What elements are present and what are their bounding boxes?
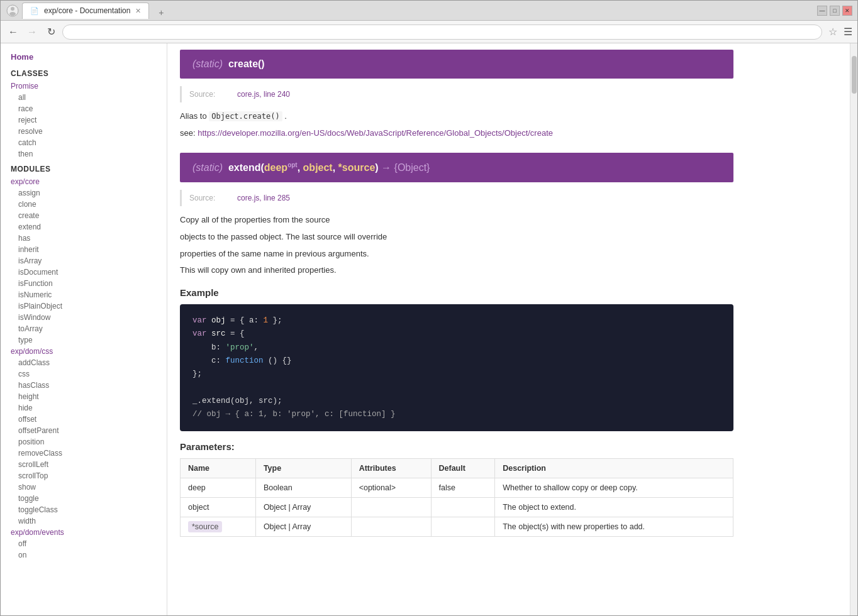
reload-button[interactable]: ↻ — [43, 25, 58, 40]
sidebar-item-css[interactable]: css — [1, 368, 167, 380]
create-source-link[interactable]: core.js, line 240 — [237, 90, 290, 99]
param-star-source: *source — [188, 521, 222, 532]
extend-desc4: This will copy own and inherited propert… — [180, 264, 733, 277]
sidebar-item-create[interactable]: create — [1, 210, 167, 221]
svg-point-2 — [9, 12, 16, 16]
col-description: Description — [495, 459, 733, 478]
create-see-label: see: — [180, 128, 198, 138]
sidebar-item-removeclass[interactable]: removeClass — [1, 448, 167, 459]
param-attr-deep: <optional> — [351, 478, 431, 498]
sidebar-item-iswindow[interactable]: isWindow — [1, 312, 167, 323]
code-line-6 — [192, 381, 721, 394]
minimize-button[interactable]: — — [817, 6, 827, 16]
sidebar-item-isdocument[interactable]: isDocument — [1, 267, 167, 278]
param-attr-object — [351, 498, 431, 517]
bookmark-icon[interactable]: ☆ — [828, 26, 837, 38]
sidebar-item-offset[interactable]: offset — [1, 414, 167, 425]
param-type-source: Object | Array — [255, 517, 351, 537]
sidebar-item-toarray[interactable]: toArray — [1, 323, 167, 334]
create-desc-text2: . — [282, 111, 287, 121]
create-mdn-link[interactable]: https://developer.mozilla.org/en-US/docs… — [198, 128, 553, 138]
sidebar-module-expcore[interactable]: exp/core — [1, 176, 167, 187]
sidebar-item-scrolltop[interactable]: scrollTop — [1, 470, 167, 481]
sidebar-item-scrollleft[interactable]: scrollLeft — [1, 459, 167, 470]
param-row-object: object Object | Array The object to exte… — [181, 498, 733, 517]
forward-button[interactable]: → — [25, 25, 40, 40]
code-line-3: b: 'prop', — [192, 341, 721, 355]
browser-window: 📄 exp/core - Documentation ✕ + — □ ✕ ← →… — [0, 0, 858, 616]
sidebar-item-hasclass[interactable]: hasClass — [1, 380, 167, 391]
extend-desc2: objects to the passed object. The last s… — [180, 231, 733, 244]
sidebar-item-isarray[interactable]: isArray — [1, 255, 167, 267]
param-desc-deep: Whether to shallow copy or deep copy. — [495, 478, 733, 498]
sidebar-item-isnumeric[interactable]: isNumeric — [1, 289, 167, 300]
sidebar-item-offsetparent[interactable]: offsetParent — [1, 425, 167, 436]
sidebar-item-off[interactable]: off — [1, 538, 167, 549]
params-table: Name Type Attributes Default Description… — [180, 458, 733, 537]
close-button[interactable]: ✕ — [842, 6, 852, 16]
sidebar-item-type[interactable]: type — [1, 334, 167, 346]
title-bar: 📄 exp/core - Documentation ✕ + — □ ✕ — [1, 1, 857, 21]
tab-title: exp/core - Documentation — [44, 6, 130, 15]
code-line-8: // obj → { a: 1, b: 'prop', c: [function… — [192, 408, 721, 421]
content-area: (static) create() Source: core.js, line … — [167, 43, 850, 615]
extend-source-label: Source: — [189, 194, 227, 202]
sidebar-item-isplainobject[interactable]: isPlainObject — [1, 300, 167, 312]
col-name: Name — [181, 459, 256, 478]
tab-icon: 📄 — [30, 7, 39, 15]
sidebar-item-height[interactable]: height — [1, 391, 167, 402]
create-method-header: (static) create() — [180, 50, 733, 79]
tab-close-button[interactable]: ✕ — [135, 7, 141, 15]
extend-static-label: (static) — [192, 162, 228, 173]
params-heading: Parameters: — [180, 441, 733, 452]
modules-section-title: MODULES — [1, 160, 167, 176]
sidebar-item-width[interactable]: width — [1, 515, 167, 527]
menu-icon[interactable]: ☰ — [844, 26, 852, 38]
sidebar-class-promise[interactable]: Promise — [1, 80, 167, 92]
sidebar-home-link[interactable]: Home — [1, 50, 167, 64]
extend-source-link[interactable]: core.js, line 285 — [237, 194, 290, 202]
extend-desc3: properties of the same name in previous … — [180, 248, 733, 261]
extend-source-line: Source: core.js, line 285 — [180, 190, 733, 206]
sidebar-module-expdomcss[interactable]: exp/dom/css — [1, 346, 167, 357]
active-tab[interactable]: 📄 exp/core - Documentation ✕ — [22, 3, 149, 19]
code-line-2: var src = { — [192, 327, 721, 341]
browser-icon — [6, 4, 20, 18]
content-scrollbar[interactable] — [850, 43, 857, 615]
content-scroll-thumb[interactable] — [852, 56, 857, 94]
sidebar-item-catch[interactable]: catch — [1, 137, 167, 148]
param-attr-source — [351, 517, 431, 537]
nav-bar: ← → ↻ ☆ ☰ — [1, 21, 857, 43]
back-button[interactable]: ← — [6, 25, 21, 40]
classes-section-title: CLASSES — [1, 64, 167, 80]
param-name-deep: deep — [181, 478, 256, 498]
sidebar-item-all[interactable]: all — [1, 92, 167, 103]
sidebar-item-then[interactable]: then — [1, 148, 167, 160]
sidebar-item-has[interactable]: has — [1, 233, 167, 244]
sidebar-module-expdomevent[interactable]: exp/dom/events — [1, 527, 167, 538]
sidebar-item-toggle[interactable]: toggle — [1, 493, 167, 504]
sidebar-item-on[interactable]: on — [1, 549, 167, 561]
sidebar-item-reject[interactable]: reject — [1, 114, 167, 126]
col-default: Default — [431, 459, 495, 478]
sidebar-item-race[interactable]: race — [1, 103, 167, 114]
sidebar-item-isfunction[interactable]: isFunction — [1, 278, 167, 289]
create-desc: Alias to Object.create() . — [180, 110, 733, 123]
new-tab-button[interactable]: + — [152, 6, 170, 19]
sidebar-item-show[interactable]: show — [1, 481, 167, 493]
sidebar-item-position[interactable]: position — [1, 436, 167, 448]
create-source-line: Source: core.js, line 240 — [180, 86, 733, 102]
sidebar-item-inherit[interactable]: inherit — [1, 244, 167, 255]
sidebar-item-addclass[interactable]: addClass — [1, 357, 167, 368]
sidebar-item-resolve[interactable]: resolve — [1, 126, 167, 137]
code-line-5: }; — [192, 368, 721, 381]
sidebar-item-extend[interactable]: extend — [1, 221, 167, 233]
sidebar-item-assign[interactable]: assign — [1, 187, 167, 199]
sidebar-item-toggleclass[interactable]: toggleClass — [1, 504, 167, 515]
extend-method-name: extend(deepopt, object, *source) — [228, 162, 379, 173]
sidebar-item-hide[interactable]: hide — [1, 402, 167, 414]
maximize-button[interactable]: □ — [830, 6, 840, 16]
address-bar[interactable] — [62, 25, 822, 40]
extend-method-header: (static) extend(deepopt, object, *source… — [180, 153, 733, 182]
sidebar-item-clone[interactable]: clone — [1, 199, 167, 210]
